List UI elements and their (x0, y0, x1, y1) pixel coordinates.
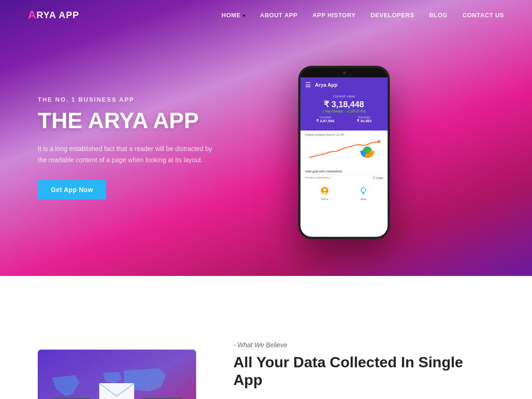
svg-point-3 (363, 146, 372, 156)
portfolio-chart (305, 138, 383, 161)
phone-outer: ☰ Arya App Current value ₹ 3,18,448 1 Da… (299, 66, 389, 239)
nav-link-developers[interactable]: DEVELOPERS (370, 12, 414, 19)
phone-amount: ₹ 3,18,448 (305, 99, 383, 110)
phone-current-label: Current value (305, 94, 383, 98)
phone-ideas-item: Ideas (359, 186, 368, 200)
hero-content: THE NO. 1 BUSINESS APP THE ARYA APP It i… (10, 29, 522, 276)
phone-online-label: Online (320, 198, 329, 200)
nav-item-about[interactable]: ABOUT APP (260, 11, 298, 19)
phone-app-header: ☰ Arya App (300, 77, 388, 91)
phone-earnings: Earnings ₹ 30,882 (357, 116, 372, 123)
logo-a: A (28, 8, 36, 21)
phone-pending-row: Pending redemption ₹ 4,029 (305, 176, 383, 179)
nav-link-about[interactable]: ABOUT APP (260, 12, 298, 19)
phone-goal-row: View goal wise investments Pending redem… (302, 168, 386, 181)
hero-title: THE ARYA APP (38, 109, 271, 133)
phone-portfolio-label: Frekum portfolio returns: 22.3% (305, 133, 383, 136)
nav-links: HOME ABOUT APP APP HISTORY DEVELOPERS BL… (222, 11, 504, 19)
phone-invested: Invested ₹ 2,87,566 (316, 116, 334, 123)
phone-mockup: ☰ Arya App Current value ₹ 3,18,448 1 Da… (299, 66, 389, 239)
phone-app-title: Arya App (315, 82, 338, 88)
phone-chart-area: Frekum portfolio returns: 22.3% (302, 131, 386, 166)
nav-item-history[interactable]: APP HISTORY (313, 11, 356, 19)
phone-pending-value: ₹ 4,029 (373, 176, 383, 179)
phone-app-body: Current value ₹ 3,18,448 1 Day Change: ↑… (300, 91, 388, 131)
online-icon (320, 186, 329, 197)
hero-description: It is a long established fact that a rea… (38, 144, 215, 166)
content-description: Vivamus varius, tellus id maximus vehicu… (233, 397, 494, 399)
phone-top-bar (300, 68, 388, 77)
phone-online-item: Online (320, 186, 329, 200)
content-title: All Your Data Collected In Single App (233, 353, 494, 389)
navbar: ARYA APP HOME ABOUT APP APP HISTORY DEVE… (0, 0, 532, 30)
nav-item-developers[interactable]: DEVELOPERS (370, 11, 414, 19)
ideas-icon (359, 186, 368, 197)
phone-screen: ☰ Arya App Current value ₹ 3,18,448 1 Da… (300, 77, 388, 237)
nav-link-blog[interactable]: BLOG (429, 12, 448, 19)
logo[interactable]: ARYA APP (28, 8, 79, 21)
hero-text: THE NO. 1 BUSINESS APP THE ARYA APP It i… (38, 96, 271, 199)
content-section-label: - What We Believe (233, 341, 494, 349)
content-section: - What We Believe All Your Data Collecte… (10, 304, 522, 399)
svg-point-6 (361, 188, 366, 193)
logo-text: RYA APP (36, 10, 79, 21)
nav-item-blog[interactable]: BLOG (429, 11, 448, 19)
hero-section: THE NO. 1 BUSINESS APP THE ARYA APP It i… (0, 0, 532, 276)
svg-point-0 (378, 140, 381, 143)
nav-item-home[interactable]: HOME (222, 11, 245, 19)
nav-link-contact[interactable]: CONTACT US (463, 12, 504, 19)
get-app-button[interactable]: Get App Now (38, 180, 106, 200)
nav-item-contact[interactable]: CONTACT US (463, 11, 504, 19)
nav-link-history[interactable]: APP HISTORY (313, 12, 356, 19)
phone-camera (343, 71, 346, 74)
svg-rect-7 (362, 193, 364, 194)
hero-subtitle: THE NO. 1 BUSINESS APP (38, 96, 271, 103)
nav-link-home[interactable]: HOME (222, 12, 241, 19)
phone-day-change: 1 Day Change: ↑ 1,129 (0.4%) (305, 110, 383, 113)
phone-stats: Invested ₹ 2,87,566 Earnings ₹ 30,882 (305, 116, 383, 123)
svg-point-5 (323, 188, 326, 191)
phone-ideas-label: Ideas (359, 198, 368, 200)
phone-bottom-row: Online Ideas (302, 183, 386, 203)
world-map-svg (38, 350, 196, 399)
content-text: - What We Believe All Your Data Collecte… (233, 341, 494, 399)
hamburger-icon: ☰ (305, 81, 311, 89)
phone-pending-label: Pending redemption (305, 176, 330, 179)
phone-goal-text: View goal wise investments (305, 170, 383, 175)
content-illustration (38, 350, 196, 399)
